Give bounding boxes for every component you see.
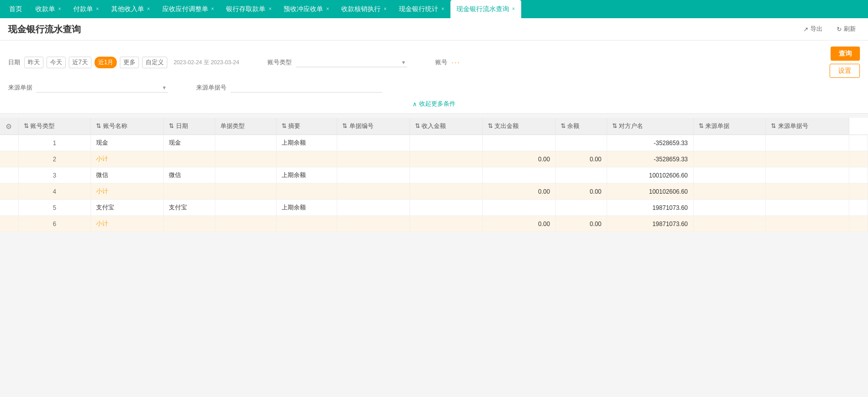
- th-source-doc-no: ⇅ 来源单据号: [766, 118, 849, 135]
- table-header-row: ⚙ ⇅ 账号类型 ⇅ 账号名称 ⇅ 日期 单据类型 ⇅: [0, 118, 868, 135]
- table-row: 1现金现金上期余额-3528659.33: [0, 135, 868, 151]
- source-doc-select[interactable]: [36, 83, 168, 93]
- cell-income: 0.00: [482, 184, 555, 200]
- filter-row-2: 来源单据 ▼ 来源单据号: [8, 83, 860, 93]
- column-settings-icon[interactable]: ⚙: [6, 122, 12, 130]
- cell-date: [215, 151, 277, 167]
- cell-income: [482, 167, 555, 184]
- date-btn-1month[interactable]: 近1月: [95, 57, 117, 68]
- cell-source-doc: [766, 151, 849, 167]
- th-doc-no: ⇅ 单据编号: [337, 118, 410, 135]
- cell-account-type: 微信: [91, 167, 164, 184]
- date-filter-group: 日期 昨天 今天 近7天 近1月 更多 自定义 2023-02-24 至 202…: [8, 57, 239, 68]
- nav-tab-1[interactable]: 付款单 ×: [67, 0, 105, 18]
- th-counterpart: ⇅ 对方户名: [607, 118, 693, 135]
- nav-tab-7[interactable]: 现金银行统计 ×: [393, 0, 450, 18]
- cell-date: [215, 135, 277, 151]
- cell-source-doc-no: [849, 216, 868, 232]
- table-body: 1现金现金上期余额-3528659.332小计0.000.00-3528659.…: [0, 135, 868, 232]
- nav-tab-2[interactable]: 其他收入单 ×: [105, 0, 156, 18]
- close-icon[interactable]: ×: [326, 0, 329, 18]
- cell-source-doc: [766, 216, 849, 232]
- row-number: 1: [18, 135, 91, 151]
- cell-balance: 100102606.60: [607, 167, 693, 184]
- th-income: ⇅ 收入金额: [410, 118, 483, 135]
- query-button[interactable]: 查询: [831, 47, 860, 61]
- cell-expense: [555, 135, 607, 151]
- cell-source-doc: [766, 200, 849, 216]
- close-icon[interactable]: ×: [268, 0, 271, 18]
- cell-summary: [337, 151, 410, 167]
- collapse-bar[interactable]: ∧ 收起更多条件: [8, 98, 860, 109]
- cell-income: [482, 200, 555, 216]
- refresh-button[interactable]: ↻ 刷新: [833, 23, 860, 35]
- cell-source-doc: [766, 135, 849, 151]
- cell-income: 0.00: [482, 151, 555, 167]
- row-number: 2: [18, 151, 91, 167]
- cell-account-name: [164, 216, 215, 232]
- cell-expense: [555, 167, 607, 184]
- close-icon[interactable]: ×: [147, 0, 150, 18]
- close-icon[interactable]: ×: [441, 0, 444, 18]
- cell-settings: [0, 167, 18, 184]
- table-row: 5支付宝支付宝上期余额19871073.60: [0, 200, 868, 216]
- nav-tab-8[interactable]: 现金银行流水查询 ×: [450, 0, 521, 18]
- nav-tab-0[interactable]: 收款单 ×: [29, 0, 67, 18]
- filter-actions: 查询 设置: [830, 47, 860, 78]
- cell-account-name: 支付宝: [164, 200, 215, 216]
- date-label: 日期: [8, 58, 20, 67]
- close-icon[interactable]: ×: [384, 0, 387, 18]
- top-nav: 首页 收款单 × 付款单 × 其他收入单 × 应收应付调整单 × 银行存取款单 …: [0, 0, 868, 18]
- cell-summary: [337, 216, 410, 232]
- cell-source-doc-no: [849, 200, 868, 216]
- cell-settings: [0, 216, 18, 232]
- date-shortcuts: 昨天 今天 近7天 近1月 更多 自定义: [24, 57, 167, 68]
- row-number: 5: [18, 200, 91, 216]
- cell-counterpart: [693, 167, 766, 184]
- header-actions: ↗ 导出 ↻ 刷新: [799, 23, 860, 35]
- source-doc-select-wrapper: ▼: [36, 83, 168, 93]
- date-btn-custom[interactable]: 自定义: [142, 57, 167, 68]
- cell-summary: [337, 200, 410, 216]
- cell-doc-no: [410, 151, 483, 167]
- row-number: 4: [18, 184, 91, 200]
- cell-date: [215, 167, 277, 184]
- account-filter-group: 账号 ···: [435, 58, 461, 67]
- th-doc-type: 单据类型: [215, 118, 277, 135]
- filter-row-1: 日期 昨天 今天 近7天 近1月 更多 自定义 2023-02-24 至 202…: [8, 47, 860, 78]
- date-btn-7days[interactable]: 近7天: [69, 57, 92, 68]
- cell-doc-type: [276, 151, 337, 167]
- nav-tab-4[interactable]: 银行存取款单 ×: [220, 0, 278, 18]
- source-doc-no-input[interactable]: [231, 83, 382, 93]
- nav-tab-6[interactable]: 收款核销执行 ×: [335, 0, 393, 18]
- date-btn-yesterday[interactable]: 昨天: [24, 57, 43, 68]
- nav-tab-3[interactable]: 应收应付调整单 ×: [156, 0, 220, 18]
- cell-source-doc: [766, 167, 849, 184]
- export-button[interactable]: ↗ 导出: [799, 23, 827, 35]
- nav-tab-5[interactable]: 预收冲应收单 ×: [278, 0, 335, 18]
- nav-home[interactable]: 首页: [2, 0, 29, 18]
- account-type-select[interactable]: [296, 58, 407, 67]
- cell-account-name: 微信: [164, 167, 215, 184]
- th-account-type: ⇅ 账号类型: [18, 118, 91, 135]
- cell-income: 0.00: [482, 216, 555, 232]
- th-date: ⇅ 日期: [164, 118, 215, 135]
- cell-counterpart: [693, 184, 766, 200]
- export-icon: ↗: [803, 26, 808, 33]
- more-dots[interactable]: ···: [451, 58, 461, 66]
- settings-button[interactable]: 设置: [830, 64, 860, 78]
- page-title: 现金银行流水查询: [8, 23, 81, 35]
- cell-balance: -3528659.33: [607, 151, 693, 167]
- close-icon[interactable]: ×: [512, 0, 515, 18]
- close-icon[interactable]: ×: [58, 0, 61, 18]
- cell-doc-no: [410, 216, 483, 232]
- cell-doc-no: [410, 184, 483, 200]
- cell-source-doc: [766, 184, 849, 200]
- date-btn-today[interactable]: 今天: [47, 57, 66, 68]
- date-btn-more[interactable]: 更多: [120, 57, 139, 68]
- th-source-doc: ⇅ 来源单据: [693, 118, 766, 135]
- row-number: 6: [18, 216, 91, 232]
- close-icon[interactable]: ×: [211, 0, 214, 18]
- th-balance: ⇅ 余额: [555, 118, 607, 135]
- close-icon[interactable]: ×: [96, 0, 99, 18]
